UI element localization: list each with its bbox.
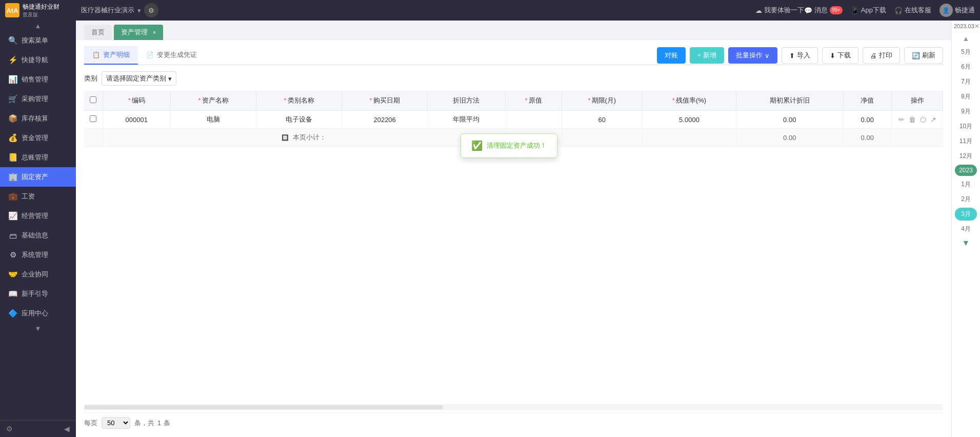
success-toast: ✅ 清理固定资产成功！ xyxy=(461,133,557,158)
copy-icon[interactable]: ⬡ xyxy=(920,115,926,124)
calendar-month-9[interactable]: 9月 xyxy=(952,104,980,119)
guide-icon: 📖 xyxy=(8,289,17,299)
calendar-month-11[interactable]: 11月 xyxy=(952,134,980,149)
calendar-month-5[interactable]: 5月 xyxy=(952,45,980,59)
calendar-month-7[interactable]: 7月 xyxy=(952,74,980,89)
row-period-months: 60 xyxy=(562,111,643,129)
inventory-icon: 📦 xyxy=(8,114,17,123)
batch-ops-button[interactable]: 批量操作 ∨ xyxy=(728,47,777,64)
calendar-month-6[interactable]: 6月 xyxy=(952,59,980,74)
app-edition: 普及版 xyxy=(23,11,59,18)
finance-icon: 💰 xyxy=(8,133,17,143)
sidebar-item-fixed-assets[interactable]: 🏢 固定资产 xyxy=(0,167,76,187)
refresh-button[interactable]: 🔄 刷新 xyxy=(904,47,943,64)
edit-icon[interactable]: ✏ xyxy=(898,115,905,124)
row-action-icons: ✏ 🗑 ⬡ ↗ xyxy=(896,115,938,124)
sidebar-item-payroll[interactable]: 💼 工资 xyxy=(0,187,76,206)
company-name: 医疗器械行业演示 xyxy=(81,6,134,15)
company-gear-button[interactable]: ⚙ xyxy=(144,3,158,17)
calendar-panel-header: 2023.03 ✕ ⊡ xyxy=(952,21,980,32)
sidebar-item-base-info[interactable]: 🗃 基础信息 xyxy=(0,226,76,245)
sub-tab-change-voucher[interactable]: 📄 变更生成凭证 xyxy=(138,46,205,65)
more-icon[interactable]: ↗ xyxy=(930,115,936,124)
print-button[interactable]: 🖨 打印 xyxy=(863,47,900,64)
base-info-icon: 🗃 xyxy=(8,231,17,240)
sidebar-item-search-menu[interactable]: 🔍 搜索菜单 xyxy=(0,31,76,50)
download-button[interactable]: ⬇ 下载 xyxy=(822,47,858,64)
calendar-nav-down[interactable]: ▼ xyxy=(952,236,980,250)
per-page-label: 每页 xyxy=(84,419,97,428)
sidebar-item-finance[interactable]: 💰 资金管理 xyxy=(0,128,76,148)
system-icon: ⚙ xyxy=(8,250,17,260)
tab-asset-mgmt-close-icon[interactable]: × xyxy=(153,29,156,35)
category-select[interactable]: 请选择固定资产类别 ▾ xyxy=(102,71,176,86)
row-action: ✏ 🗑 ⬡ ↗ xyxy=(892,111,943,129)
calendar-month-2[interactable]: 2月 xyxy=(952,192,980,207)
sidebar-item-label-inventory: 库存核算 xyxy=(22,114,48,123)
refresh-icon: 🔄 xyxy=(912,52,920,59)
calendar-close-icon[interactable]: ✕ xyxy=(974,23,979,30)
calendar-nav-up[interactable]: ▲ xyxy=(952,32,980,45)
sidebar-item-label-business: 经营管理 xyxy=(22,211,48,221)
sidebar-item-app-center[interactable]: 🔷 应用中心 xyxy=(0,304,76,323)
message-button[interactable]: 💬 消息 99+ xyxy=(804,6,843,15)
calendar-month-8[interactable]: 8月 xyxy=(952,89,980,104)
sidebar-item-guide[interactable]: 📖 新手引导 xyxy=(0,284,76,304)
row-checkbox[interactable] xyxy=(90,115,96,122)
user-avatar: 👤 xyxy=(939,4,953,17)
sidebar-item-system[interactable]: ⚙ 系统管理 xyxy=(0,245,76,265)
tip-area[interactable]: ☁ 我要体验一下 xyxy=(755,6,804,15)
sidebar-item-label-guide: 新手引导 xyxy=(22,289,48,299)
tab-home-label: 首页 xyxy=(91,28,105,36)
calendar-month-10[interactable]: 10月 xyxy=(952,119,980,134)
sidebar-scroll-up[interactable]: ▲ xyxy=(0,21,76,31)
tab-asset-mgmt-label: 资产管理 xyxy=(121,28,148,36)
col-purchase-date: *购买日期 xyxy=(342,91,428,111)
subtotal-net-value: 0.00 xyxy=(843,129,891,147)
sidebar-item-business[interactable]: 📈 经营管理 xyxy=(0,206,76,226)
sub-tab-asset-detail[interactable]: 📋 资产明细 xyxy=(84,46,138,65)
sidebar-item-inventory[interactable]: 📦 库存核算 xyxy=(0,109,76,128)
tab-asset-mgmt[interactable]: 资产管理 × xyxy=(114,25,163,40)
app-download-button[interactable]: 📱 App下载 xyxy=(851,6,886,15)
sidebar-settings-icon[interactable]: ⚙ xyxy=(6,425,13,433)
sidebar-scroll-down[interactable]: ▼ xyxy=(0,323,76,333)
import-button[interactable]: ⬆ 导入 xyxy=(782,47,818,64)
company-selector[interactable]: 医疗器械行业演示 ▾ ⚙ xyxy=(81,3,749,17)
tab-home[interactable]: 首页 xyxy=(84,25,112,40)
tip-cloud-icon: ☁ xyxy=(755,7,762,14)
sidebar-item-quick-nav[interactable]: ⚡ 快捷导航 xyxy=(0,50,76,70)
calendar-year-badge[interactable]: 2023 xyxy=(955,165,977,176)
calendar-month-4[interactable]: 4月 xyxy=(952,222,980,236)
col-net-value: 净值 xyxy=(843,91,891,111)
row-depreciation-method: 年限平均 xyxy=(428,111,506,129)
per-page-select[interactable]: 50 100 200 xyxy=(102,417,130,429)
sidebar-item-sales[interactable]: 📊 销售管理 xyxy=(0,70,76,89)
select-all-checkbox[interactable] xyxy=(90,96,96,103)
calendar-month-12[interactable]: 12月 xyxy=(952,149,980,164)
reconcile-button[interactable]: 对账 xyxy=(657,47,686,64)
sidebar-item-label-fixed-assets: 固定资产 xyxy=(22,172,48,182)
user-menu-button[interactable]: 👤 畅捷通 xyxy=(939,4,975,17)
logo-icon: AtA xyxy=(5,3,19,17)
sidebar-item-cooperation[interactable]: 🤝 企业协同 xyxy=(0,265,76,284)
customer-service-button[interactable]: 🎧 在线客服 xyxy=(894,6,931,15)
page-content: 📋 资产明细 📄 变更生成凭证 对账 + 新增 批量操作 xyxy=(76,40,951,437)
new-button[interactable]: + 新增 xyxy=(690,47,724,64)
top-bar: AtA 畅捷通好业财 普及版 医疗器械行业演示 ▾ ⚙ ☁ 我要体验一下 💬 消… xyxy=(0,0,980,21)
sidebar-item-purchase[interactable]: 🛒 采购管理 xyxy=(0,89,76,109)
app-name: 畅捷通好业财 xyxy=(23,3,59,11)
category-chevron-icon: ▾ xyxy=(168,75,172,83)
sidebar-item-label-app-center: 应用中心 xyxy=(22,309,48,318)
calendar-month-3-current[interactable]: 3月 xyxy=(955,208,977,221)
refresh-label: 刷新 xyxy=(922,51,935,60)
table-row: 000001 电脑 电子设备 202206 年限平均 60 5.0000 0.0… xyxy=(84,111,943,129)
sidebar-bottom: ⚙ ◀ xyxy=(0,420,76,437)
horizontal-scrollbar[interactable] xyxy=(84,404,943,410)
sidebar-collapse-icon[interactable]: ◀ xyxy=(64,425,70,433)
sidebar-item-ledger[interactable]: 📒 总账管理 xyxy=(0,148,76,167)
calendar-month-1[interactable]: 1月 xyxy=(952,177,980,192)
import-icon: ⬆ xyxy=(789,52,795,59)
delete-icon[interactable]: 🗑 xyxy=(909,115,916,124)
message-icon: 💬 xyxy=(804,7,812,14)
